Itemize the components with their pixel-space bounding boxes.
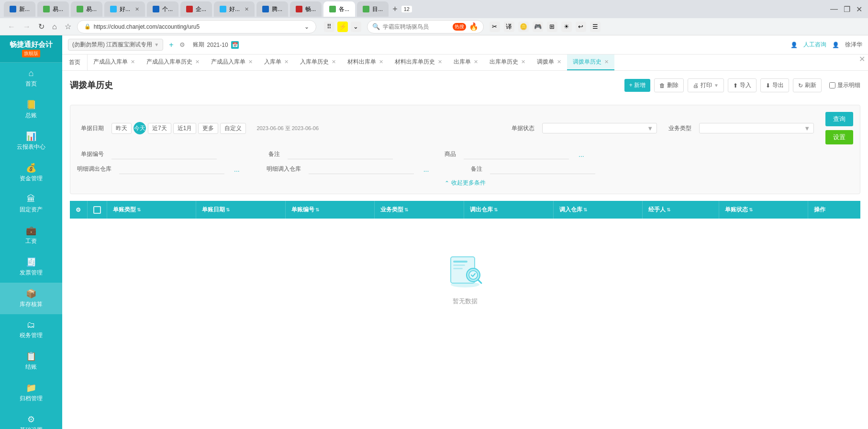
app-tab-in-history-close[interactable]: ✕ bbox=[332, 59, 336, 65]
browser-search-input[interactable] bbox=[383, 23, 450, 30]
export-button[interactable]: ⬇ 导出 bbox=[760, 78, 789, 92]
app-tab-product-in[interactable]: 产成品入库单 ✕ bbox=[88, 55, 141, 70]
coin-icon[interactable]: 🪙 bbox=[518, 22, 529, 32]
browser-search-bar[interactable]: 🔍 热搜 🔥 bbox=[367, 20, 484, 33]
detail-out-more-button[interactable]: ... bbox=[234, 165, 240, 173]
sidebar-item-tax[interactable]: 🗂 税务管理 bbox=[0, 314, 62, 345]
browser-tab-10[interactable]: 各... bbox=[323, 1, 355, 17]
app-tab-product-in2-close[interactable]: ✕ bbox=[248, 59, 253, 65]
browser-tab-close-4[interactable]: ✕ bbox=[135, 6, 139, 12]
browser-tab-6[interactable]: 企... bbox=[180, 1, 212, 17]
biztype-select[interactable] bbox=[699, 123, 814, 133]
help-icon[interactable]: 👤 bbox=[790, 42, 798, 48]
app-tab-home[interactable]: 首页 bbox=[62, 55, 88, 70]
sidebar-item-fund[interactable]: 💰 资金管理 bbox=[0, 157, 62, 188]
app-tab-in-history[interactable]: 入库单历史 ✕ bbox=[294, 55, 342, 70]
back-button[interactable]: ← bbox=[6, 22, 17, 32]
query-button[interactable]: 查询 bbox=[825, 112, 853, 126]
date-more-btn[interactable]: 更多 bbox=[198, 123, 218, 134]
app-tab-transfer-history[interactable]: 调拨单历史 ✕ bbox=[567, 55, 614, 70]
avatar-icon[interactable]: 👤 bbox=[832, 42, 839, 48]
window-close-button[interactable]: ✕ bbox=[854, 4, 864, 15]
sun-icon[interactable]: ☀ bbox=[561, 22, 572, 32]
app-tab-material-out-close[interactable]: ✕ bbox=[379, 59, 383, 65]
ext-icon-lightning[interactable]: ⚡ bbox=[337, 22, 348, 32]
table-col-status[interactable]: 单账状态 ⇅ bbox=[719, 201, 808, 219]
table-col-type[interactable]: 单账类型 ⇅ bbox=[107, 201, 196, 219]
table-col-handler[interactable]: 经手人 ⇅ bbox=[643, 201, 719, 219]
goods-input[interactable] bbox=[464, 149, 569, 159]
detail-in-input[interactable] bbox=[309, 164, 414, 174]
table-col-out-wh[interactable]: 调出仓库 ⇅ bbox=[464, 201, 553, 219]
new-browser-tab-button[interactable]: + bbox=[390, 4, 400, 14]
scissors-icon[interactable]: ✂ bbox=[490, 22, 500, 32]
browser-tab-5[interactable]: 个... bbox=[147, 1, 178, 17]
app-tab-material-out[interactable]: 材料出库单 ✕ bbox=[342, 55, 389, 70]
bill-no-input[interactable] bbox=[111, 149, 217, 159]
window-minimize-button[interactable]: — bbox=[828, 4, 840, 14]
browser-tab-7[interactable]: 好... ✕ bbox=[214, 1, 255, 17]
menu-icon[interactable]: ☰ bbox=[590, 22, 601, 32]
tab-bar-close-button[interactable]: ✕ bbox=[856, 55, 868, 70]
browser-tab-8[interactable]: 腾... bbox=[256, 1, 288, 17]
delete-button[interactable]: 🗑 删除 bbox=[654, 78, 684, 92]
print-button[interactable]: 🖨 打印 ▼ bbox=[688, 78, 724, 92]
app-tab-out-order[interactable]: 出库单 ✕ bbox=[448, 55, 484, 70]
app-tab-material-out-history[interactable]: 材料出库单历史 ✕ bbox=[389, 55, 448, 70]
sidebar-item-invoice[interactable]: 🧾 发票管理 bbox=[0, 251, 62, 283]
add-company-button[interactable]: + bbox=[167, 41, 175, 49]
browser-tab-close-7[interactable]: ✕ bbox=[245, 6, 249, 12]
date-custom-btn[interactable]: 自定义 bbox=[220, 123, 246, 134]
app-tab-product-in2[interactable]: 产成品入库单 ✕ bbox=[205, 55, 258, 70]
undo-icon[interactable]: ↩ bbox=[576, 22, 586, 32]
table-col-no[interactable]: 单账编号 ⇅ bbox=[285, 201, 375, 219]
new-button[interactable]: + 新增 bbox=[624, 79, 650, 92]
table-col-date[interactable]: 单账日期 ⇅ bbox=[196, 201, 286, 219]
app-tab-in-order[interactable]: 入库单 ✕ bbox=[258, 55, 294, 70]
refresh-button[interactable]: ↻ 刷新 bbox=[793, 78, 822, 92]
sidebar-item-inventory[interactable]: 📦 库存核算 bbox=[0, 283, 62, 314]
app-tab-in-order-close[interactable]: ✕ bbox=[284, 59, 289, 65]
app-tab-out-order-close[interactable]: ✕ bbox=[474, 59, 478, 65]
company-selector[interactable]: (勿删勿禁用) 江西服宝测试专用 ▼ bbox=[68, 39, 163, 51]
date-today-btn[interactable]: 今天 bbox=[134, 122, 146, 134]
window-restore-button[interactable]: ❐ bbox=[842, 4, 852, 15]
home-button[interactable]: ⌂ bbox=[50, 22, 59, 32]
date-7days-btn[interactable]: 近7天 bbox=[148, 123, 171, 134]
app-tab-product-in-history-close[interactable]: ✕ bbox=[195, 59, 200, 65]
filter-settings-button[interactable]: 设置 bbox=[825, 130, 853, 144]
browser-tab-11[interactable]: 目... bbox=[357, 1, 389, 17]
address-input[interactable]: 🔒 https://cloud.chanjet.com/accounting/u… bbox=[77, 20, 316, 33]
browser-tab-4[interactable]: 好... ✕ bbox=[104, 1, 145, 17]
translate-icon[interactable]: 译 bbox=[504, 22, 514, 32]
note-input[interactable] bbox=[288, 149, 393, 159]
reload-button[interactable]: ↻ bbox=[36, 21, 46, 32]
import-button[interactable]: ⬆ 导入 bbox=[728, 78, 757, 92]
ext-icon-1[interactable]: ⠿ bbox=[324, 22, 334, 32]
browser-tab-2[interactable]: 易... bbox=[37, 1, 69, 17]
app-tab-out-history-close[interactable]: ✕ bbox=[521, 59, 525, 65]
forward-button[interactable]: → bbox=[21, 22, 33, 32]
date-1month-btn[interactable]: 近1月 bbox=[173, 123, 197, 134]
sidebar-item-basic-settings[interactable]: ⚙ 基础设置 bbox=[0, 408, 62, 429]
settings-gear-icon[interactable]: ⚙ bbox=[179, 41, 185, 48]
help-label[interactable]: 人工咨询 bbox=[803, 41, 826, 49]
detail-in-more-button[interactable]: ... bbox=[423, 165, 429, 173]
bookmark-button[interactable]: ☆ bbox=[63, 21, 73, 32]
app-tab-product-in-history[interactable]: 产成品入库单历史 ✕ bbox=[141, 55, 205, 70]
app-tab-transfer[interactable]: 调拨单 ✕ bbox=[531, 55, 567, 70]
collapse-button[interactable]: ⌃ 收起更多条件 bbox=[445, 179, 486, 187]
select-all-checkbox[interactable] bbox=[93, 206, 101, 214]
app-tab-transfer-close[interactable]: ✕ bbox=[557, 59, 561, 65]
sidebar-item-wages[interactable]: 💼 工资 bbox=[0, 220, 62, 251]
app-tab-material-out-history-close[interactable]: ✕ bbox=[438, 59, 442, 65]
sidebar-item-ledger[interactable]: 📒 总账 bbox=[0, 94, 62, 125]
game-icon[interactable]: 🎮 bbox=[533, 22, 543, 32]
app-tab-product-in-close[interactable]: ✕ bbox=[131, 59, 135, 65]
table-col-checkbox[interactable] bbox=[87, 201, 107, 219]
sidebar-item-report[interactable]: 📊 云报表中心 bbox=[0, 125, 62, 157]
table-col-settings[interactable]: ⚙ bbox=[70, 201, 87, 219]
calendar-icon[interactable]: 📅 bbox=[231, 41, 239, 49]
note2-input[interactable] bbox=[490, 164, 595, 174]
detail-out-input[interactable] bbox=[119, 164, 224, 174]
